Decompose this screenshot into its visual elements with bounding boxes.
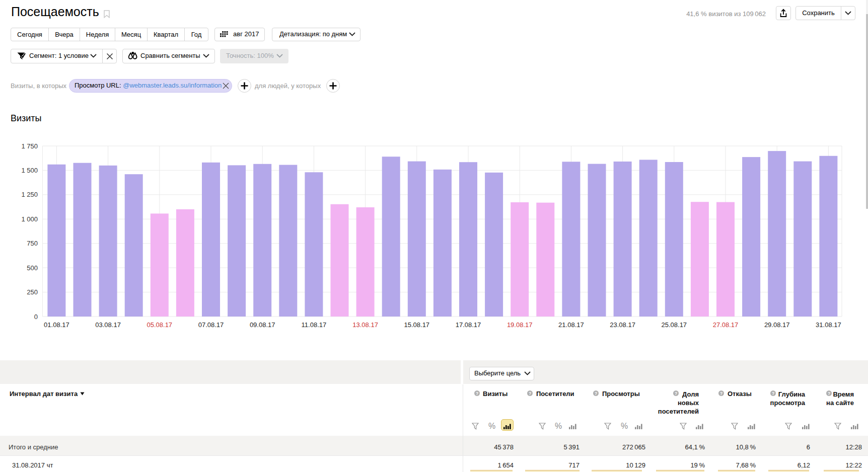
svg-text:11.08.17: 11.08.17 bbox=[302, 321, 327, 329]
svg-text:15.08.17: 15.08.17 bbox=[404, 321, 429, 329]
svg-text:1 500: 1 500 bbox=[21, 167, 38, 174]
svg-text:?: ? bbox=[529, 391, 531, 396]
svg-text:23.08.17: 23.08.17 bbox=[610, 321, 635, 329]
svg-text:25.08.17: 25.08.17 bbox=[661, 321, 687, 329]
svg-text:?: ? bbox=[595, 391, 597, 396]
svg-text:01.08.17: 01.08.17 bbox=[44, 321, 69, 329]
svg-text:1 000: 1 000 bbox=[21, 215, 38, 223]
svg-text:1 250: 1 250 bbox=[21, 191, 38, 198]
svg-text:1 750: 1 750 bbox=[21, 142, 38, 150]
svg-text:250: 250 bbox=[27, 288, 38, 296]
svg-text:07.08.17: 07.08.17 bbox=[198, 321, 224, 329]
svg-text:750: 750 bbox=[27, 240, 38, 247]
svg-text:0: 0 bbox=[34, 313, 38, 321]
svg-text:31.08.17: 31.08.17 bbox=[816, 321, 841, 329]
svg-text:05.08.17: 05.08.17 bbox=[147, 321, 172, 329]
svg-text:03.08.17: 03.08.17 bbox=[95, 321, 121, 329]
svg-text:27.08.17: 27.08.17 bbox=[713, 321, 739, 329]
svg-text:?: ? bbox=[476, 391, 478, 396]
svg-text:500: 500 bbox=[27, 264, 38, 272]
svg-text:17.08.17: 17.08.17 bbox=[456, 321, 481, 329]
svg-text:13.08.17: 13.08.17 bbox=[352, 321, 378, 329]
svg-text:09.08.17: 09.08.17 bbox=[250, 321, 275, 329]
svg-text:19.08.17: 19.08.17 bbox=[507, 321, 533, 329]
svg-text:29.08.17: 29.08.17 bbox=[764, 321, 790, 329]
svg-text:21.08.17: 21.08.17 bbox=[558, 321, 584, 329]
